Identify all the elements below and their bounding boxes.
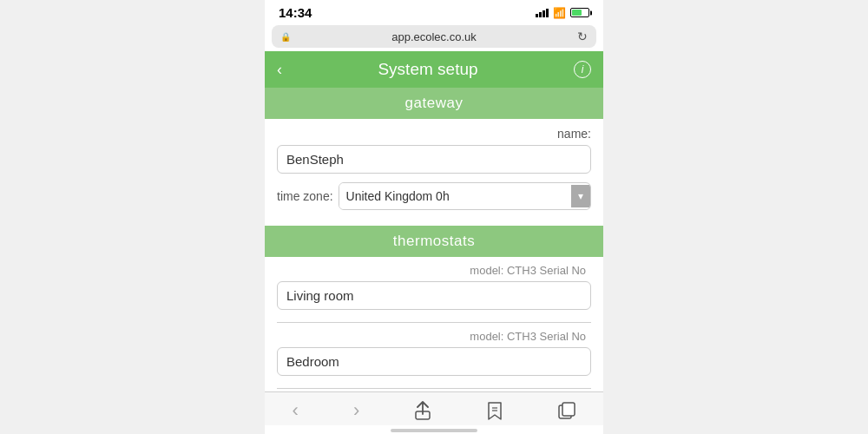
page-header: ‹ System setup i — [265, 51, 603, 88]
forward-nav-button[interactable]: › — [353, 399, 359, 422]
gateway-section-header: gateway — [265, 88, 603, 119]
status-bar: 14:34 📶 — [265, 0, 603, 23]
home-indicator — [265, 425, 603, 434]
browser-url: app.ecolec.co.uk — [296, 30, 572, 43]
timezone-select-wrapper: United Kingdom 0h ▾ — [339, 182, 591, 210]
gateway-name-field-wrapper — [265, 145, 603, 179]
browser-bar: 🔒 app.ecolec.co.uk ↻ — [272, 25, 596, 48]
back-button[interactable]: ‹ — [277, 61, 282, 79]
battery-icon — [570, 8, 589, 17]
thermostat-1-name-input[interactable] — [277, 281, 591, 310]
bottom-toolbar: ‹ › — [265, 391, 603, 425]
thermostat-entry-2: model: CTH3 Serial No — [265, 323, 603, 379]
thermostat-2-name-input[interactable] — [277, 347, 591, 376]
bookmark-button[interactable] — [486, 401, 503, 420]
timezone-label: time zone: — [277, 189, 333, 203]
phone-frame: 14:34 📶 🔒 app.ecolec.co.uk ↻ ‹ System se… — [265, 0, 603, 434]
name-label: name: — [557, 127, 591, 141]
thermostat-1-model-label: model: CTH3 Serial No — [277, 264, 591, 277]
signal-bars-icon — [536, 9, 549, 17]
name-label-row: name: — [265, 119, 603, 145]
thermostat-2-model-label: model: CTH3 Serial No — [277, 330, 591, 343]
svg-rect-4 — [562, 403, 575, 416]
refresh-button[interactable]: ↻ — [577, 30, 588, 43]
tabs-button[interactable] — [558, 402, 575, 419]
back-nav-button[interactable]: ‹ — [293, 399, 299, 422]
timezone-value: United Kingdom 0h — [339, 183, 571, 209]
lock-icon: 🔒 — [280, 32, 291, 42]
thermostats-section-header: thermostats — [265, 226, 603, 257]
status-icons: 📶 — [536, 7, 589, 19]
page-content: ‹ System setup i gateway name: time zone… — [265, 51, 603, 391]
timezone-field-row: time zone: United Kingdom 0h ▾ — [265, 179, 603, 219]
gateway-name-input[interactable] — [277, 145, 591, 174]
info-button[interactable]: i — [574, 61, 591, 78]
wifi-icon: 📶 — [553, 7, 566, 19]
page-title: System setup — [378, 60, 477, 79]
status-time: 14:34 — [279, 5, 312, 20]
timezone-arrow[interactable]: ▾ — [571, 185, 590, 207]
share-button[interactable] — [414, 401, 431, 420]
thermostat-entry-1: model: CTH3 Serial No — [265, 257, 603, 313]
